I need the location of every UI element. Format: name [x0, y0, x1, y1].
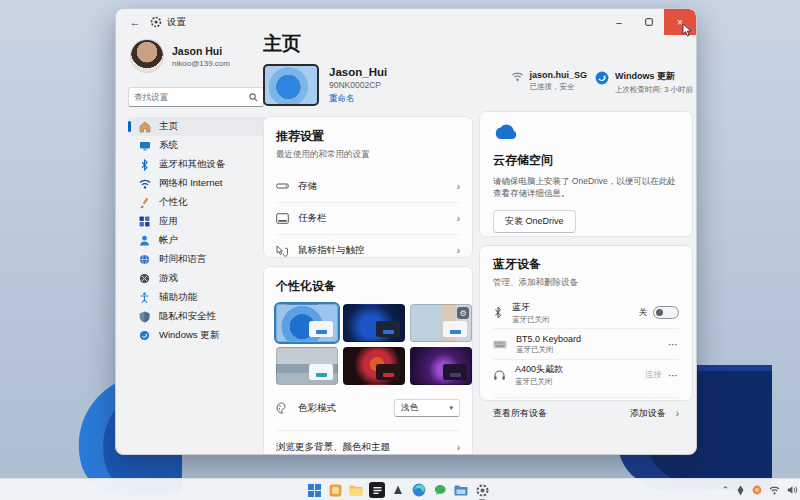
desktop: ← 设置 – ×	[0, 0, 800, 500]
device-header: Jason_Hui 90NK0002CP 重命名 jason.hui_SG 已连…	[263, 64, 693, 106]
rename-link[interactable]: 重命名	[329, 93, 387, 105]
sidebar-item-bluetooth-devices[interactable]: 蓝牙和其他设备	[128, 155, 276, 174]
theme-tile-custom[interactable]: ⚙	[410, 304, 472, 342]
user-avatar	[130, 39, 164, 73]
file-explorer-icon[interactable]	[348, 482, 364, 498]
bluetooth-toggle[interactable]	[653, 306, 679, 319]
privacy-shield-icon	[138, 310, 151, 323]
theme-preview-bar	[309, 364, 333, 380]
recommended-subtitle: 最近使用的和常用的设置	[276, 149, 460, 161]
bluetooth-subtitle: 管理、添加和删除设备	[493, 277, 679, 289]
device-row-keyboard[interactable]: BT5.0 Keyboard 蓝牙已关闭 ⋯	[493, 328, 679, 359]
color-mode-row: 色彩模式 浅色 ▾	[276, 399, 460, 417]
cloud-title: 云存储空间	[493, 152, 679, 169]
theme-preview-bar	[309, 321, 333, 337]
cloud-storage-card: 云存储空间 请确保电脑上安装了 OneDrive，以便可以在此处查看存储详细信息…	[479, 111, 693, 237]
wifi-icon	[511, 71, 524, 82]
minimize-button[interactable]: –	[604, 9, 634, 35]
system-icon	[138, 139, 151, 152]
green-app-icon[interactable]	[432, 482, 448, 498]
media-app-icon[interactable]	[369, 482, 385, 498]
touch-icon	[276, 245, 289, 257]
sidebar-item-system[interactable]: 系统	[128, 136, 276, 155]
tray-volume-icon[interactable]	[787, 485, 798, 495]
tray-wifi-icon[interactable]	[769, 486, 780, 495]
add-device-link[interactable]: 添加设备 ›	[630, 407, 679, 420]
edge-browser-icon[interactable]	[411, 482, 427, 498]
connect-button-disabled[interactable]: 连接	[645, 369, 662, 381]
network-icon	[138, 177, 151, 190]
sidebar-item-gaming[interactable]: 游戏	[128, 269, 276, 288]
projects-folder-icon[interactable]	[453, 482, 469, 498]
chevron-right-icon: ›	[676, 408, 679, 419]
gaming-icon	[138, 272, 151, 285]
sidebar-item-time-language[interactable]: 时间和语言	[128, 250, 276, 269]
chevron-right-icon: ›	[457, 181, 460, 192]
sidebar-item-home[interactable]: 主页	[128, 117, 276, 136]
start-button[interactable]	[306, 482, 322, 498]
bluetooth-toggle-row: 蓝牙 蓝牙已关闭 关	[493, 297, 679, 328]
search-input[interactable]	[134, 92, 249, 102]
wifi-status-block[interactable]: jason.hui_SG 已连接，安全	[511, 70, 588, 92]
sidebar-item-windows-update[interactable]: Windows 更新	[128, 326, 276, 345]
install-onedrive-button[interactable]: 安装 OneDrive	[493, 210, 576, 233]
personalize-title: 个性化设备	[276, 278, 460, 295]
settings-taskbar-icon[interactable]	[474, 482, 490, 498]
device-row-headphones[interactable]: A400头戴款 蓝牙已关闭 连接 ⋯	[493, 359, 679, 390]
keyboard-icon	[493, 340, 507, 349]
theme-tile-windows-light[interactable]	[276, 304, 338, 342]
user-profile[interactable]: Jason Hui nikoo@139.com	[128, 35, 276, 77]
wifi-ssid: jason.hui_SG	[530, 70, 588, 80]
sidebar-item-network[interactable]: 网络和 Internet	[128, 174, 276, 193]
close-button[interactable]: ×	[664, 9, 696, 35]
update-status-block[interactable]: Windows 更新 上次检查时间: 3 小时前	[595, 70, 693, 95]
taskbar-icon	[276, 213, 289, 224]
color-mode-dropdown[interactable]: 浅色 ▾	[394, 399, 460, 417]
bluetooth-icon	[493, 306, 503, 319]
sidebar: Jason Hui nikoo@139.com 主页	[128, 35, 276, 345]
theme-tile-grey[interactable]	[276, 347, 338, 385]
user-email: nikoo@139.com	[172, 59, 230, 68]
recommended-title: 推荐设置	[276, 128, 460, 145]
personalization-icon	[138, 196, 151, 209]
sidebar-item-accounts[interactable]: 帐户	[128, 231, 276, 250]
color-mode-icon	[276, 402, 289, 414]
update-status: 上次检查时间: 3 小时前	[615, 85, 693, 95]
back-button[interactable]: ←	[122, 12, 148, 32]
notification-tray-icon[interactable]	[752, 485, 762, 495]
theme-preview-bar	[376, 364, 400, 380]
device-name: Jason_Hui	[329, 66, 387, 78]
tray-expand-icon[interactable]: ⌃	[721, 486, 729, 495]
theme-tile-red[interactable]	[343, 347, 405, 385]
sidebar-item-privacy[interactable]: 隐私和安全性	[128, 307, 276, 326]
storage-icon	[276, 181, 289, 191]
theme-tile-purple[interactable]	[410, 347, 472, 385]
pen-tray-icon[interactable]	[736, 485, 745, 496]
recommended-settings-card: 推荐设置 最近使用的和常用的设置 存储 › 任务栏 › 鼠标指针与触控 ›	[263, 116, 473, 258]
search-box[interactable]	[128, 87, 264, 107]
accessibility-icon	[138, 291, 151, 304]
color-mode-label: 色彩模式	[298, 402, 336, 415]
window-title: 设置	[167, 16, 186, 29]
more-options-icon[interactable]: ⋯	[668, 370, 679, 381]
recommended-item-storage[interactable]: 存储 ›	[276, 170, 460, 202]
toggle-state-label: 关	[639, 307, 648, 319]
browse-themes-row[interactable]: 浏览更多背景、颜色和主题 ›	[276, 430, 460, 454]
device-model: 90NK0002CP	[329, 80, 387, 90]
maximize-button[interactable]	[634, 9, 664, 35]
more-options-icon[interactable]: ⋯	[668, 339, 679, 350]
dark-app-icon[interactable]	[390, 482, 406, 498]
widgets-app-icon[interactable]	[327, 482, 343, 498]
mouse-cursor	[682, 24, 693, 37]
view-all-devices-link[interactable]: 查看所有设备	[493, 407, 547, 420]
sidebar-item-apps[interactable]: 应用	[128, 212, 276, 231]
theme-tile-windows-dark[interactable]	[343, 304, 405, 342]
windows-update-icon	[138, 329, 151, 342]
recommended-item-taskbar[interactable]: 任务栏 ›	[276, 202, 460, 234]
page-title: 主页	[263, 31, 301, 57]
sidebar-item-personalization[interactable]: 个性化	[128, 193, 276, 212]
sidebar-item-accessibility[interactable]: 辅助功能	[128, 288, 276, 307]
recommended-item-mouse-touch[interactable]: 鼠标指针与触控 ›	[276, 234, 460, 266]
bluetooth-title: 蓝牙设备	[493, 256, 679, 273]
theme-tiles: ⚙	[276, 304, 460, 385]
